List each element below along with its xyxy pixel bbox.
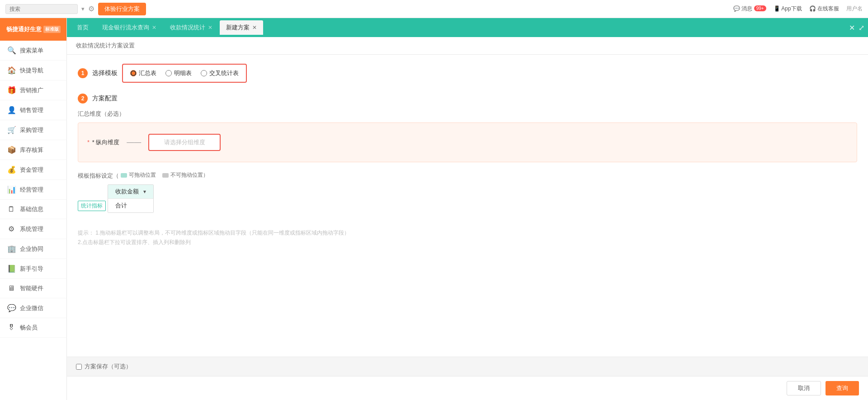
- indicator-header: 模板指标设定（ 可拖动位置 不可拖动位置）: [78, 171, 857, 180]
- non-movable-label: 不可拖动位置）: [170, 171, 208, 179]
- label-detail: 明细表: [174, 69, 192, 77]
- sidebar-label-member: 畅会员: [20, 324, 38, 332]
- save-label: 方案保存（可选）: [85, 362, 132, 371]
- sidebar-item-search-menu[interactable]: 🔍搜索菜单: [0, 41, 66, 61]
- sidebar-item-corp[interactable]: 🏢企业协同: [0, 239, 66, 259]
- tab-close-collection-stats[interactable]: ✕: [208, 24, 212, 31]
- dropdown-chevron-icon[interactable]: ▾: [143, 188, 146, 195]
- top-bar: ▾ ⚙ 体验行业方案 💬 消息 99+ 📱 App下载 🎧 在线客服 用户名: [0, 0, 868, 18]
- bottom-bar: 取消 查询: [67, 376, 868, 400]
- tab-bar-right: ✕ ⤢: [849, 24, 864, 32]
- label-summary: 汇总表: [139, 69, 156, 77]
- step2-section: 2 方案配置 汇总维度（必选） * * 纵向维度 ——: [78, 94, 857, 252]
- close-window-icon[interactable]: ✕: [849, 24, 855, 32]
- message-icon[interactable]: 💬 消息 99+: [733, 5, 766, 13]
- tab-label-bank-flow: 现金银行流水查询: [102, 24, 149, 32]
- sidebar: 畅捷通好生意 标准版 🔍搜索菜单🏠快捷导航🎁营销推广👤销售管理🛒采购管理📦库存核…: [0, 18, 67, 400]
- grouping-dimension-select[interactable]: 请选择分组维度: [148, 134, 221, 151]
- sidebar-item-hardware[interactable]: 🖥智能硬件: [0, 279, 66, 298]
- step1-section: 1 选择模板 汇总表 明细表: [78, 64, 857, 83]
- tips-line1: 提示： 1.拖动标题栏可以调整布局，不可跨维度或指标区域拖动目字段（只能在同一维…: [78, 228, 857, 238]
- tab-collection-stats[interactable]: 收款情况统计 ✕: [164, 20, 219, 35]
- sidebar-logo: 畅捷通好生意 标准版: [0, 18, 66, 41]
- sidebar-item-wechat[interactable]: 💬企业微信: [0, 298, 66, 318]
- indicator-table: 收款金额 ▾ 合计: [108, 184, 154, 213]
- option-summary[interactable]: 汇总表: [130, 69, 156, 77]
- sidebar-label-guide: 新手引导: [20, 265, 43, 273]
- amount-header: 收款金额: [115, 188, 139, 196]
- base-info-icon: 🗒: [7, 205, 15, 213]
- sidebar-item-purchase[interactable]: 🛒采购管理: [0, 120, 66, 140]
- tab-close-bank-flow[interactable]: ✕: [152, 24, 156, 31]
- sidebar-item-inventory[interactable]: 📦库存核算: [0, 140, 66, 160]
- tab-close-new-plan[interactable]: ✕: [252, 24, 257, 31]
- cancel-button[interactable]: 取消: [787, 381, 821, 395]
- quick-nav-icon: 🏠: [7, 66, 15, 75]
- step2-header: 2 方案配置: [78, 94, 857, 104]
- settings-icon[interactable]: ⚙: [88, 5, 94, 13]
- download-link[interactable]: 📱 App下载: [774, 5, 802, 13]
- query-button[interactable]: 查询: [826, 381, 859, 395]
- save-checkbox[interactable]: [76, 364, 82, 370]
- non-movable-indicator-box: [162, 173, 169, 178]
- inventory-icon: 📦: [7, 146, 15, 154]
- movable-tag: 可拖动位置: [121, 171, 156, 179]
- industry-button[interactable]: 体验行业方案: [98, 3, 146, 15]
- wechat-icon: 💬: [7, 304, 15, 312]
- save-section: 方案保存（可选）: [67, 357, 868, 376]
- service-link[interactable]: 🎧 在线客服: [809, 5, 839, 13]
- tab-new-plan[interactable]: 新建方案 ✕: [220, 20, 263, 35]
- user-info[interactable]: 用户名: [846, 5, 863, 13]
- sidebar-label-hardware: 智能硬件: [20, 284, 43, 292]
- operations-icon: 📊: [7, 185, 15, 194]
- indicator-header-row[interactable]: 收款金额 ▾: [108, 185, 153, 198]
- main-area: 首页现金银行流水查询 ✕收款情况统计 ✕新建方案 ✕ ✕ ⤢ 收款情况统计方案设…: [67, 18, 868, 400]
- radio-crosstab[interactable]: [201, 70, 207, 76]
- tab-bank-flow[interactable]: 现金银行流水查询 ✕: [96, 20, 163, 35]
- page-content: 收款情况统计方案设置 1 选择模板 汇总表: [67, 37, 868, 376]
- tab-label-home: 首页: [77, 24, 89, 32]
- radio-detail[interactable]: [165, 70, 172, 76]
- row-label-text: * 纵向维度: [92, 139, 120, 146]
- non-movable-tag: 不可拖动位置）: [162, 171, 208, 179]
- sidebar-item-finance[interactable]: 💰资金管理: [0, 160, 66, 180]
- guide-icon: 📗: [7, 264, 15, 273]
- top-bar-right: 💬 消息 99+ 📱 App下载 🎧 在线客服 用户名: [733, 5, 863, 13]
- sidebar-item-base-info[interactable]: 🗒基础信息: [0, 200, 66, 219]
- radio-summary[interactable]: [130, 70, 137, 76]
- page-breadcrumb: 收款情况统计方案设置: [67, 37, 868, 55]
- sidebar-label-marketing: 营销推广: [20, 86, 43, 94]
- maximize-icon[interactable]: ⤢: [859, 24, 864, 32]
- sidebar-label-finance: 资金管理: [20, 166, 43, 174]
- sidebar-label-corp: 企业协同: [20, 245, 43, 253]
- tab-home[interactable]: 首页: [71, 20, 95, 35]
- option-crosstab[interactable]: 交叉统计表: [201, 69, 239, 77]
- marketing-icon: 🎁: [7, 86, 15, 94]
- search-input[interactable]: [5, 4, 78, 14]
- sidebar-item-guide[interactable]: 📗新手引导: [0, 259, 66, 279]
- label-crosstab: 交叉统计表: [209, 69, 239, 77]
- sidebar-item-sales[interactable]: 👤销售管理: [0, 100, 66, 120]
- top-bar-left: ▾ ⚙ 体验行业方案: [5, 3, 146, 15]
- system-icon: ⚙: [7, 225, 15, 233]
- form-area: 1 选择模板 汇总表 明细表: [67, 55, 868, 357]
- sidebar-item-system[interactable]: ⚙系统管理: [0, 219, 66, 239]
- indicator-label-text: 模板指标设定（: [78, 172, 119, 179]
- template-options-box: 汇总表 明细表 交叉统计表: [122, 64, 247, 83]
- breadcrumb-text: 收款情况统计方案设置: [76, 42, 135, 49]
- sidebar-item-member[interactable]: 🎖畅会员: [0, 318, 66, 338]
- sidebar-label-purchase: 采购管理: [20, 126, 43, 134]
- sidebar-label-wechat: 企业微信: [20, 304, 43, 312]
- sidebar-item-quick-nav[interactable]: 🏠快捷导航: [0, 61, 66, 80]
- step2-number: 2: [78, 94, 88, 104]
- dropdown-icon[interactable]: ▾: [81, 5, 85, 12]
- sales-icon: 👤: [7, 106, 15, 114]
- hardware-icon: 🖥: [7, 284, 15, 292]
- option-detail[interactable]: 明细表: [165, 69, 192, 77]
- dimension-row: * * 纵向维度 —— 请选择分组维度: [87, 134, 848, 151]
- arrow-icon: ——: [127, 138, 141, 146]
- indicator-setting-label: 模板指标设定（ 可拖动位置 不可拖动位置）: [78, 171, 208, 180]
- stats-tag-label: 统计指标: [78, 201, 106, 211]
- sidebar-item-marketing[interactable]: 🎁营销推广: [0, 80, 66, 100]
- sidebar-item-operations[interactable]: 📊经营管理: [0, 180, 66, 200]
